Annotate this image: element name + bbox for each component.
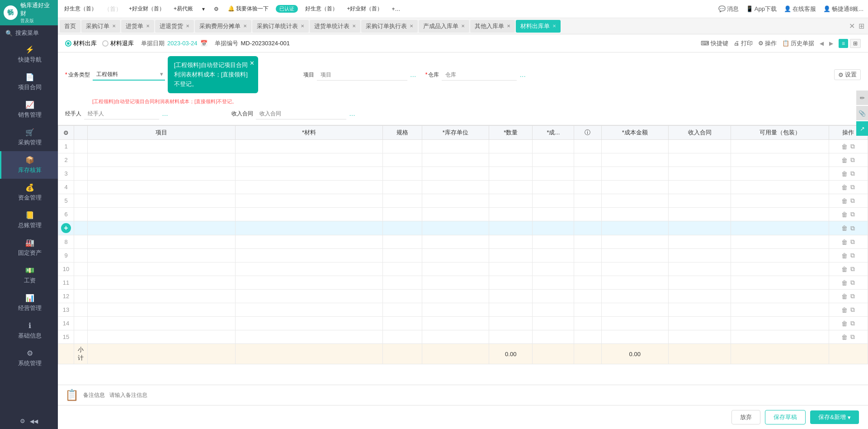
discard-btn[interactable]: 放弃 — [731, 410, 760, 424]
tab-purchase-stats[interactable]: 采购订单统计表 ✕ — [252, 20, 309, 33]
radio-material-return[interactable]: 材料退库 — [102, 39, 134, 48]
copy-btn[interactable]: ⧉ — [850, 265, 855, 273]
tab-receipt-stats[interactable]: 进货单统计表 ✕ — [310, 20, 360, 33]
copy-btn[interactable]: ⧉ — [850, 319, 855, 327]
copy-btn[interactable]: ⧉ — [850, 183, 855, 191]
tab-material-out[interactable]: 材料出库单 ✕ — [516, 20, 561, 33]
tab-close-material-out[interactable]: ✕ — [552, 24, 556, 29]
tab-purchase-exec[interactable]: 采购订单执行表 ✕ — [361, 20, 418, 33]
tab-finished-stock[interactable]: 产成品入库单 ✕ — [419, 20, 469, 33]
copy-btn[interactable]: ⧉ — [850, 143, 855, 150]
nav-settings-icon[interactable]: ⚙ — [212, 5, 221, 13]
operation-btn[interactable]: ⚙ 操作 — [758, 39, 777, 48]
nav-more[interactable]: +… — [390, 5, 402, 13]
tab-close-other-stock[interactable]: ✕ — [507, 24, 510, 29]
delete-btn[interactable]: 🗑 — [841, 224, 848, 232]
nav-prev-btn[interactable]: ◀ — [820, 40, 824, 47]
right-panel-arrow-btn[interactable]: ↗ — [856, 121, 868, 136]
copy-btn[interactable]: ⧉ — [850, 170, 855, 177]
tab-menu-btn[interactable]: ⊞ — [859, 22, 864, 30]
copy-btn[interactable]: ⧉ — [850, 292, 855, 300]
tab-home[interactable]: 首页 — [60, 20, 80, 33]
sidebar-collapse-btn[interactable]: ◀◀ — [30, 418, 38, 424]
business-type-dropdown[interactable]: ▾ — [160, 71, 163, 77]
sidebar-settings-icon[interactable]: ⚙ — [20, 418, 25, 424]
tab-other-stock[interactable]: 其他入库单 ✕ — [470, 20, 515, 33]
tab-close-purchase-cost[interactable]: ✕ — [243, 24, 247, 29]
copy-btn[interactable]: ⧉ — [850, 156, 855, 164]
row7-col1-input[interactable] — [90, 225, 232, 232]
sidebar-item-salary[interactable]: 💵 工资 — [0, 262, 58, 289]
sidebar-item-sales[interactable]: 📈 销售管理 — [0, 96, 58, 124]
app-download-btn[interactable]: 📱 App下载 — [746, 5, 777, 13]
sidebar-item-fund[interactable]: 💰 资金管理 — [0, 179, 58, 206]
history-btn[interactable]: 📋 历史单据 — [782, 39, 814, 48]
tab-purchase-order[interactable]: 采购订单 ✕ — [81, 20, 120, 33]
tab-close-purchase-stats[interactable]: ✕ — [301, 24, 304, 29]
tab-close-purchase-order[interactable]: ✕ — [112, 24, 116, 29]
print-btn[interactable]: 🖨 打印 — [734, 39, 753, 48]
warehouse-input[interactable] — [442, 69, 517, 81]
grid-view-btn[interactable]: ⊞ — [850, 39, 861, 48]
tab-close-return-goods[interactable]: ✕ — [186, 24, 189, 29]
nav-easy-account[interactable]: +易代账 — [172, 4, 195, 14]
tab-close-finished-stock[interactable]: ✕ — [461, 24, 465, 29]
tab-close-receipt-stats[interactable]: ✕ — [352, 24, 356, 29]
online-service-btn[interactable]: 👤 在线客服 — [784, 5, 816, 13]
copy-btn[interactable]: ⧉ — [850, 306, 855, 314]
delete-btn[interactable]: 🗑 — [841, 238, 848, 246]
sidebar-item-fixed-assets[interactable]: 🏭 固定资产 — [0, 234, 58, 262]
delete-btn[interactable]: 🗑 — [841, 334, 848, 341]
form-settings-btn[interactable]: ⚙ 设置 — [834, 69, 861, 80]
save-new-btn[interactable]: 保存&新增 ▾ — [810, 410, 859, 424]
right-panel-clip-btn[interactable]: 📎 — [856, 106, 868, 120]
sidebar-item-basic-info[interactable]: ℹ 基础信息 — [0, 317, 58, 344]
message-btn[interactable]: 💬 消息 — [718, 5, 739, 13]
delete-btn[interactable]: 🗑 — [841, 170, 848, 177]
sidebar-item-inventory[interactable]: 📦 库存核算 — [0, 151, 58, 179]
business-type-input[interactable] — [93, 69, 165, 81]
warehouse-dots-btn[interactable]: … — [519, 71, 526, 78]
sidebar-item-operation[interactable]: 📊 经营管理 — [0, 289, 58, 317]
tab-close-purchase-receipt[interactable]: ✕ — [146, 24, 150, 29]
delete-btn[interactable]: 🗑 — [841, 157, 848, 164]
nav-try[interactable]: 🔔 我要体验一下 — [226, 4, 270, 14]
right-panel-edit-btn[interactable]: ✏ — [856, 91, 868, 105]
delete-btn[interactable]: 🗑 — [841, 293, 848, 300]
delete-btn[interactable]: 🗑 — [841, 279, 848, 286]
handler-input[interactable] — [84, 108, 159, 119]
delete-btn[interactable]: 🗑 — [841, 306, 848, 314]
delete-btn[interactable]: 🗑 — [841, 252, 848, 259]
delete-btn[interactable]: 🗑 — [841, 197, 848, 205]
sidebar-item-search[interactable]: 🔍 搜索菜单 — [0, 25, 58, 41]
tab-close-purchase-exec[interactable]: ✕ — [410, 24, 413, 29]
project-dots-btn[interactable]: … — [410, 71, 416, 78]
tooltip-close-btn[interactable]: ✕ — [250, 59, 255, 68]
nav-good-finance-1[interactable]: +好业财（首） — [127, 4, 166, 14]
delete-btn[interactable]: 🗑 — [841, 266, 848, 273]
copy-btn[interactable]: ⧉ — [850, 197, 855, 205]
project-input[interactable] — [317, 69, 407, 81]
sidebar-item-system[interactable]: ⚙ 系统管理 — [0, 344, 58, 372]
sidebar-item-ledger[interactable]: 📒 总账管理 — [0, 206, 58, 234]
nav-next-btn[interactable]: ▶ — [829, 40, 833, 47]
tab-purchase-cost[interactable]: 采购费用分摊单 ✕ — [195, 20, 251, 33]
delete-btn[interactable]: 🗑 — [841, 211, 848, 218]
income-contract-input[interactable] — [256, 108, 346, 119]
radio-material-out[interactable]: 材料出库 — [65, 39, 97, 48]
tab-purchase-receipt[interactable]: 进货单 ✕ — [121, 20, 154, 33]
copy-btn[interactable]: ⧉ — [850, 238, 855, 246]
list-view-btn[interactable]: ≡ — [839, 39, 848, 48]
user-avatar[interactable]: 👤 畅捷通8账... — [823, 5, 863, 13]
sidebar-item-project-contract[interactable]: 📄 项目合同 — [0, 68, 58, 96]
row7-col2-input[interactable] — [238, 225, 380, 232]
delete-btn[interactable]: 🗑 — [841, 143, 848, 150]
nav-good-finance-2[interactable]: +好业财（首） — [345, 4, 384, 14]
tab-return-goods[interactable]: 进退货货 ✕ — [155, 20, 194, 33]
handler-dots-btn[interactable]: … — [162, 110, 168, 117]
income-contract-dots-btn[interactable]: … — [349, 110, 355, 117]
sidebar-item-purchase[interactable]: 🛒 采购管理 — [0, 124, 58, 151]
shortcut-btn[interactable]: ⌨ 快捷键 — [701, 39, 728, 48]
notes-input[interactable] — [109, 392, 861, 398]
copy-btn[interactable]: ⧉ — [850, 210, 855, 218]
